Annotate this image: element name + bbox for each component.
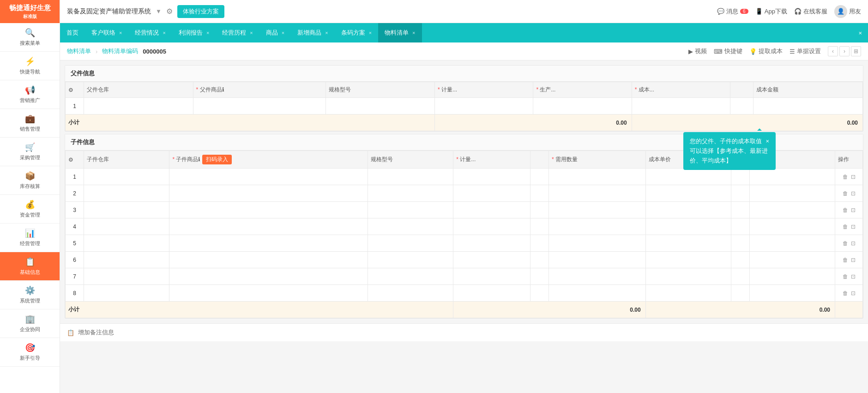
online-service-item[interactable]: 🎧 在线客服 [794, 7, 827, 16]
copy-icon-2[interactable]: ⊡ [851, 190, 856, 197]
delete-icon-4[interactable]: 🗑 [843, 224, 848, 230]
sidebar-item-quicknav[interactable]: ⚡ 快捷导航 [0, 52, 60, 80]
message-item[interactable]: 💬 消息 6 [717, 7, 748, 16]
parent-produce-1[interactable] [533, 98, 632, 115]
child-goods-6[interactable] [169, 252, 368, 268]
gear-icon[interactable]: ⚙ [166, 7, 173, 16]
child-unitprice-1[interactable] [645, 169, 731, 185]
tooltip-close[interactable]: × [766, 137, 769, 146]
tab-barcode-close[interactable]: × [369, 30, 372, 36]
child-spec-2[interactable] [368, 185, 453, 202]
tab-customer-close[interactable]: × [119, 30, 122, 36]
scan-button[interactable]: 扫码录入 [202, 155, 232, 164]
tab-goods[interactable]: 商品 × [259, 23, 291, 42]
child-unitprice-3[interactable] [645, 202, 731, 218]
parent-unit-1[interactable] [435, 98, 533, 115]
tab-operation-close[interactable]: × [163, 30, 165, 36]
child-goods-8[interactable] [169, 285, 368, 302]
child-warehouse-8[interactable] [84, 285, 169, 302]
nav-close-all[interactable]: × [856, 30, 864, 36]
child-qty-5[interactable] [549, 235, 645, 252]
child-warehouse-2[interactable] [84, 185, 169, 202]
child-qty-3[interactable] [549, 202, 645, 218]
child-unit-4[interactable] [453, 218, 530, 235]
child-warehouse-6[interactable] [84, 252, 169, 268]
parent-warehouse-1[interactable] [84, 98, 193, 115]
grid-icon[interactable]: ⊞ [851, 46, 861, 56]
sidebar-item-guide[interactable]: 🎯 新手引导 [0, 338, 60, 367]
child-goods-1[interactable] [169, 169, 368, 185]
child-warehouse-3[interactable] [84, 202, 169, 218]
copy-icon-6[interactable]: ⊡ [851, 257, 856, 263]
tab-profit[interactable]: 利润报告 × [172, 23, 216, 42]
delete-icon-7[interactable]: 🗑 [843, 273, 848, 280]
child-qty-8[interactable] [549, 285, 645, 302]
tab-barcode[interactable]: 条码方案 × [335, 23, 378, 42]
tab-home[interactable]: 首页 [60, 23, 85, 42]
child-qty-1[interactable] [549, 169, 645, 185]
parent-goods-1[interactable] [193, 98, 326, 115]
action-shortcut[interactable]: ⌨ 快捷键 [714, 47, 742, 55]
child-unitprice-8[interactable] [645, 285, 731, 302]
action-video[interactable]: ▶ 视频 [688, 47, 707, 55]
child-unit-2[interactable] [453, 185, 530, 202]
sidebar-item-marketing[interactable]: 📢 营销推广 [0, 80, 60, 109]
action-settings[interactable]: ☰ 单据设置 [790, 47, 821, 55]
child-goods-7[interactable] [169, 268, 368, 285]
tab-customer[interactable]: 客户联络 × [85, 23, 128, 42]
child-spec-5[interactable] [368, 235, 453, 252]
tab-new-goods[interactable]: 新增商品 × [291, 23, 334, 42]
child-qty-2[interactable] [549, 185, 645, 202]
delete-icon-2[interactable]: 🗑 [843, 190, 848, 197]
app-download-item[interactable]: 📱 App下载 [755, 7, 787, 16]
delete-icon-5[interactable]: 🗑 [843, 240, 848, 247]
child-unit-5[interactable] [453, 235, 530, 252]
child-unitprice-2[interactable] [645, 185, 731, 202]
delete-icon-1[interactable]: 🗑 [843, 174, 848, 180]
child-unitprice-5[interactable] [645, 235, 731, 252]
sidebar-item-operation[interactable]: 📊 经营管理 [0, 224, 60, 252]
child-warehouse-4[interactable] [84, 218, 169, 235]
child-qty-7[interactable] [549, 268, 645, 285]
child-spec-7[interactable] [368, 268, 453, 285]
tab-profit-close[interactable]: × [206, 30, 209, 36]
sidebar-item-enterprise[interactable]: 🏢 企业协同 [0, 309, 60, 338]
child-spec-8[interactable] [368, 285, 453, 302]
child-goods-3[interactable] [169, 202, 368, 218]
copy-icon-1[interactable]: ⊡ [851, 174, 856, 180]
child-unit-3[interactable] [453, 202, 530, 218]
parent-spec-1[interactable] [326, 98, 435, 115]
copy-icon-7[interactable]: ⊡ [851, 273, 856, 280]
action-cost[interactable]: 💡 提取成本 [749, 47, 783, 55]
child-unit-7[interactable] [453, 268, 530, 285]
child-warehouse-1[interactable] [84, 169, 169, 185]
copy-icon-8[interactable]: ⊡ [851, 290, 856, 296]
trial-button[interactable]: 体验行业方案 [177, 5, 224, 18]
tab-bom[interactable]: 物料清单 × [378, 23, 422, 42]
child-goods-4[interactable] [169, 218, 368, 235]
sidebar-item-sales[interactable]: 💼 销售管理 [0, 109, 60, 138]
sidebar-item-basic[interactable]: 📋 基础信息 [0, 252, 60, 281]
child-warehouse-7[interactable] [84, 268, 169, 285]
child-spec-3[interactable] [368, 202, 453, 218]
child-spec-6[interactable] [368, 252, 453, 268]
child-unitprice-7[interactable] [645, 268, 731, 285]
sidebar-item-system[interactable]: ⚙️ 系统管理 [0, 281, 60, 309]
user-item[interactable]: 👤 用友 [834, 5, 861, 18]
copy-icon-5[interactable]: ⊡ [851, 240, 856, 247]
tab-operation[interactable]: 经营情况 × [128, 23, 172, 42]
next-arrow[interactable]: › [839, 46, 850, 56]
copy-icon-4[interactable]: ⊡ [851, 224, 856, 230]
tab-history-close[interactable]: × [250, 30, 253, 36]
tab-bom-close[interactable]: × [412, 30, 415, 36]
sidebar-item-purchase[interactable]: 🛒 采购管理 [0, 138, 60, 166]
child-unit-1[interactable] [453, 169, 530, 185]
child-qty-6[interactable] [549, 252, 645, 268]
child-unit-6[interactable] [453, 252, 530, 268]
child-unit-8[interactable] [453, 285, 530, 302]
child-spec-4[interactable] [368, 218, 453, 235]
child-unitprice-4[interactable] [645, 218, 731, 235]
child-col-settings[interactable]: ⚙ [66, 151, 84, 169]
tab-new-goods-close[interactable]: × [325, 30, 328, 36]
sidebar-item-search[interactable]: 🔍 搜索菜单 [0, 23, 60, 52]
